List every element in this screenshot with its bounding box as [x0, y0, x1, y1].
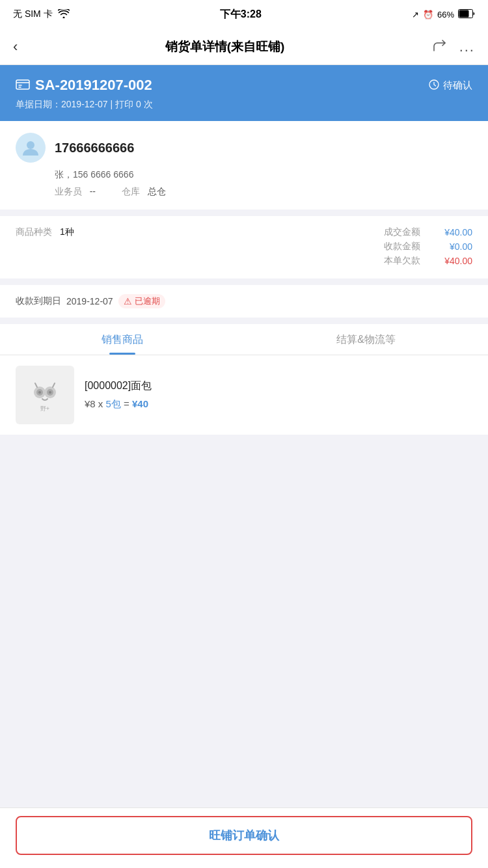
customer-section: 17666666666 张，156 6666 6666 业务员 -- 仓库 总仓	[0, 121, 488, 210]
svg-point-9	[38, 391, 41, 394]
order-id-icon	[16, 77, 30, 94]
battery-label: 66%	[437, 10, 454, 20]
customer-meta: 业务员 -- 仓库 总仓	[55, 186, 472, 198]
tab-sales-products[interactable]: 销售商品	[0, 324, 244, 355]
product-name: [0000002]面包	[85, 379, 472, 393]
tabs-bar: 销售商品 结算&物流等	[0, 324, 488, 355]
deal-amount-row: 成交金额 ¥40.00	[384, 226, 472, 238]
owed-amount-row: 本单欠款 ¥40.00	[384, 255, 472, 267]
status-left: 无 SIM 卡	[13, 8, 70, 20]
svg-point-10	[49, 391, 51, 394]
received-value: ¥0.00	[427, 241, 472, 252]
battery-icon	[458, 9, 475, 20]
share-icon[interactable]	[432, 38, 446, 55]
customer-name-label: 张，156 6666 6666	[55, 169, 472, 181]
product-type-value: 1种	[60, 226, 74, 238]
avatar	[16, 133, 46, 163]
wifi-icon	[58, 9, 70, 20]
product-info: [0000002]面包 ¥8 x 5包 = ¥40	[85, 379, 472, 411]
svg-rect-2	[16, 80, 29, 89]
order-status: 待确认	[429, 79, 472, 92]
product-type-label: 商品种类	[16, 226, 52, 238]
status-bar: 无 SIM 卡 下午3:28 ↗ ⏰ 66%	[0, 0, 488, 29]
product-type: 商品种类 1种	[16, 226, 74, 238]
warehouse-label: 仓库	[122, 186, 140, 197]
location-icon: ↗	[412, 10, 419, 20]
overdue-text: 已逾期	[135, 295, 160, 307]
carrier-label: 无 SIM 卡	[13, 8, 53, 20]
nav-actions: ...	[432, 38, 475, 55]
back-button[interactable]: ‹	[13, 38, 18, 55]
due-date-section: 收款到期日 2019-12-07 ⚠ 已逾期	[0, 285, 488, 318]
received-label: 收款金额	[384, 241, 420, 252]
order-id: SA-20191207-002	[16, 77, 152, 94]
overdue-badge: ⚠ 已逾期	[118, 294, 165, 308]
page-title: 销货单详情(来自旺铺)	[165, 38, 285, 55]
owed-label: 本单欠款	[384, 255, 420, 267]
customer-phone: 17666666666	[55, 141, 134, 156]
svg-rect-1	[459, 10, 468, 17]
tab-settlement[interactable]: 结算&物流等	[244, 324, 488, 355]
status-time: 下午3:28	[220, 8, 262, 21]
deal-amount-label: 成交金额	[384, 226, 420, 238]
confirm-button[interactable]: 旺铺订单确认	[16, 816, 472, 855]
product-item: 野+ [0000002]面包 ¥8 x 5包 = ¥40	[0, 355, 488, 435]
due-date-value: 2019-12-07	[66, 296, 113, 306]
deal-amount-value: ¥40.00	[427, 227, 472, 237]
received-amount-row: 收款金额 ¥0.00	[384, 241, 472, 252]
svg-text:野+: 野+	[40, 405, 49, 412]
header-card: SA-20191207-002 待确认 单据日期：2019-12-07 | 打印…	[0, 65, 488, 121]
svg-point-4	[27, 141, 34, 149]
nav-bar: ‹ 销货单详情(来自旺铺) ...	[0, 29, 488, 65]
content-area	[0, 441, 488, 571]
more-icon[interactable]: ...	[459, 38, 475, 55]
status-right: ↗ ⏰ 66%	[412, 9, 475, 20]
due-date-label: 收款到期日	[16, 295, 61, 307]
warehouse-value: 总仓	[148, 186, 166, 197]
alarm-icon: ⏰	[423, 10, 433, 20]
overdue-icon: ⚠	[124, 296, 132, 306]
clock-icon	[429, 79, 439, 92]
product-thumbnail: 野+	[16, 366, 74, 424]
order-date: 单据日期：2019-12-07 | 打印 0 次	[16, 99, 472, 111]
product-total: ¥40	[132, 398, 148, 409]
amounts-section: 商品种类 1种 成交金额 ¥40.00 收款金额 ¥0.00 本单欠款 ¥40.…	[0, 216, 488, 278]
bottom-bar: 旺铺订单确认	[0, 807, 488, 868]
product-price-formula: ¥8 x 5包 = ¥40	[85, 398, 472, 411]
owed-value: ¥40.00	[427, 256, 472, 266]
product-qty: 5包	[106, 398, 121, 409]
salesman-label: 业务员	[55, 186, 82, 197]
salesman-value: --	[90, 186, 96, 197]
